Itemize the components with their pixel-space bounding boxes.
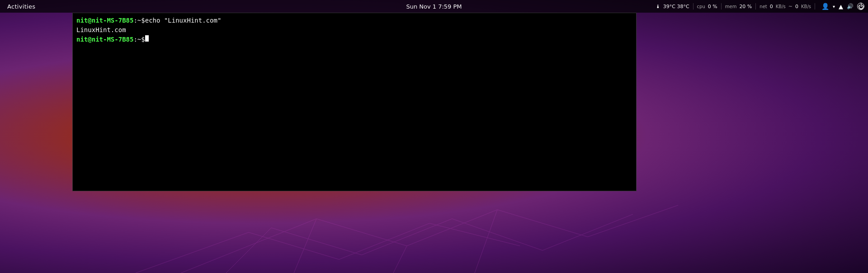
svg-line-2 [407,210,497,246]
net-down-value: 0 [770,4,773,9]
svg-line-6 [271,228,362,255]
svg-line-0 [181,219,316,273]
separator-2 [721,3,722,9]
datetime-display: Sun Nov 1 7:59 PM [406,3,462,10]
prompt-user-2: nit@nit-MS-7B85 [76,35,133,44]
svg-line-15 [475,210,497,273]
svg-line-10 [136,232,249,273]
dropdown-icon[interactable]: ▾ [833,4,835,9]
cpu-value: 0 % [708,4,717,9]
prompt-user-1: nit@nit-MS-7B85 [76,16,133,25]
terminal-line-1: nit@nit-MS-7B85 :~$ echo "LinuxHint.com" [76,16,632,25]
wifi-icon[interactable]: ▲ [839,3,843,10]
temperature-value: 39°C 38°C [663,4,689,9]
svg-line-8 [452,219,542,250]
terminal-window[interactable]: nit@nit-MS-7B85 :~$ echo "LinuxHint.com"… [72,13,637,191]
mem-value: 20 % [739,4,752,9]
activities-button[interactable]: Activities [4,3,39,10]
separator-1 [693,3,693,9]
net-label: net [760,4,767,9]
speaker-icon[interactable]: 🔊 [847,3,854,9]
topbar-left: Activities [4,3,39,10]
separator-4 [815,3,815,9]
svg-line-11 [249,232,339,259]
svg-line-13 [429,223,520,246]
svg-line-14 [294,219,316,273]
svg-line-3 [497,210,588,237]
terminal-content: nit@nit-MS-7B85 :~$ echo "LinuxHint.com"… [73,13,636,47]
desktop: Activities Sun Nov 1 7:59 PM 🌡 39°C 38°C… [0,0,868,273]
separator-3 [755,3,756,9]
system-tray: 👤 ▾ ▲ 🔊 ⏻ [821,3,864,10]
prompt-symbol-2: :~$ [133,35,145,44]
svg-line-16 [393,246,407,273]
desktop-decoration [0,192,868,273]
user-icon[interactable]: 👤 [821,3,829,10]
output-1: LinuxHint.com [76,25,126,35]
svg-line-12 [339,223,429,259]
net-up-value: 0 [795,4,798,9]
net-up-unit: KB/s [801,4,811,9]
svg-line-7 [362,219,452,255]
svg-line-1 [316,219,407,246]
svg-line-4 [588,205,678,237]
mem-label: mem [725,4,737,9]
svg-line-9 [542,214,633,250]
cpu-label: cpu [697,4,705,9]
topbar-center: Sun Nov 1 7:59 PM [406,3,462,10]
net-down-unit: KB/s [776,4,786,9]
command-1: echo "LinuxHint.com" [145,16,222,25]
svg-line-5 [226,228,271,273]
terminal-cursor [145,35,149,42]
terminal-line-3: nit@nit-MS-7B85 :~$ [76,35,632,44]
power-icon[interactable]: ⏻ [857,3,864,10]
topbar-right: 🌡 39°C 38°C cpu 0 % mem 20 % net 0 KB/s … [656,3,864,10]
terminal-line-2: LinuxHint.com [76,25,632,35]
net-arrow: ~ [788,4,793,9]
topbar: Activities Sun Nov 1 7:59 PM 🌡 39°C 38°C… [0,0,868,13]
prompt-symbol-1: :~$ [133,16,145,25]
temperature-icon: 🌡 [656,4,660,9]
